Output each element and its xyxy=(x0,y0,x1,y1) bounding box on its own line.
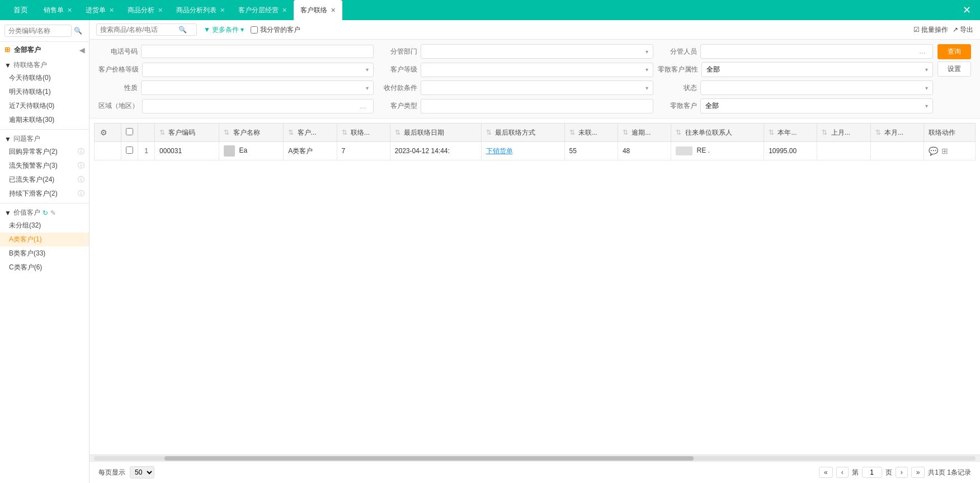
nav-tab-sales[interactable]: 销售单 ✕ xyxy=(37,0,79,20)
dept-label: 分管部门 xyxy=(378,47,417,56)
category-search-input[interactable] xyxy=(4,25,72,37)
page-label: 第 xyxy=(852,468,859,477)
my-customers-checkbox[interactable] xyxy=(251,26,258,34)
first-page-button[interactable]: « xyxy=(819,467,833,478)
dept-select[interactable]: ▾ xyxy=(421,44,653,59)
gear-button[interactable]: ⚙ xyxy=(99,127,109,138)
retail-attr-select[interactable]: 全部 ▾ xyxy=(701,62,933,77)
filter-payment: 收付款条件 ▾ xyxy=(378,80,653,95)
filter-status: 状态 ▾ xyxy=(658,80,933,95)
sidebar-item-unclassified[interactable]: 未分组(32) xyxy=(0,219,89,233)
customer-type-select[interactable] xyxy=(421,99,653,113)
all-customers-header: ⊞ 全部客户 ◀ xyxy=(0,42,89,58)
search-input[interactable] xyxy=(100,26,178,34)
close-icon[interactable]: ✕ xyxy=(67,7,72,14)
table-row: 1 000031 Ea A类客户 7 2023-04-12 14:44: 下销货… xyxy=(95,142,976,160)
close-icon[interactable]: ✕ xyxy=(331,7,336,14)
status-select[interactable]: ▾ xyxy=(700,80,933,95)
per-page-select[interactable]: 50 xyxy=(130,466,154,479)
row-last-date: 2023-04-12 14:44: xyxy=(390,142,481,160)
close-all-button[interactable]: ✕ xyxy=(958,4,976,16)
sort-icon: ⇅ xyxy=(569,129,575,136)
page-number-input[interactable] xyxy=(862,467,882,478)
sidebar-item-overdue-contact[interactable]: 逾期未联络(30) xyxy=(0,113,89,127)
payment-label: 收付款条件 xyxy=(378,83,417,93)
page-controls: « ‹ 第 页 › » 共1页 1条记录 xyxy=(819,467,971,478)
close-icon[interactable]: ✕ xyxy=(109,7,114,14)
region-select[interactable]: … xyxy=(142,99,374,113)
nav-home[interactable]: 首页 xyxy=(4,0,37,20)
sort-icon: ⇅ xyxy=(875,129,881,136)
export-button[interactable]: ↗ 导出 xyxy=(953,25,973,35)
customer-grade-label: 客户等级 xyxy=(378,65,417,74)
close-icon[interactable]: ✕ xyxy=(220,7,225,14)
row-contact: 7 xyxy=(337,142,390,160)
person-select[interactable]: … xyxy=(700,44,933,59)
sidebar-item-declining[interactable]: 持续下滑客户(2) ⓘ xyxy=(0,187,89,201)
select-all-checkbox[interactable] xyxy=(126,128,133,135)
scroll-track[interactable] xyxy=(94,456,976,461)
sidebar-item-churned[interactable]: 已流失客户(24) ⓘ xyxy=(0,173,89,187)
row-last-method[interactable]: 下销货单 xyxy=(481,142,564,160)
horizontal-scrollbar[interactable] xyxy=(89,454,980,461)
retail-customer-select[interactable]: 全部 ▾ xyxy=(700,98,933,113)
sidebar-divider xyxy=(0,129,89,130)
last-page-button[interactable]: » xyxy=(911,467,925,478)
sidebar-item-class-b[interactable]: B类客户(33) xyxy=(0,247,89,261)
nav-tab-purchase[interactable]: 进货单 ✕ xyxy=(79,0,121,20)
filter-nature: 性质 ▾ xyxy=(98,80,374,95)
row-overdue: 48 xyxy=(618,142,671,160)
more-icon[interactable]: … xyxy=(917,48,928,55)
sort-icon: ⇅ xyxy=(395,129,401,136)
search-icon[interactable]: 🔍 xyxy=(74,27,82,35)
price-grade-select[interactable]: ▾ xyxy=(142,63,374,77)
prev-page-button[interactable]: ‹ xyxy=(836,467,849,478)
my-customers-filter: 我分管的客户 xyxy=(251,25,300,35)
batch-icon: ☑ xyxy=(913,26,920,34)
edit-icon[interactable]: ✎ xyxy=(50,209,56,217)
settings-button[interactable]: 设置 xyxy=(937,61,971,77)
row-checkbox[interactable] xyxy=(126,146,133,154)
phone-input[interactable] xyxy=(141,45,374,58)
per-page-control: 每页显示 50 xyxy=(98,466,154,479)
query-actions: 查询 设置 xyxy=(937,44,971,77)
problem-customers-group: ▼ 问题客户 xyxy=(0,132,89,145)
pending-contact-group: ▼ 待联络客户 xyxy=(0,58,89,71)
refresh-icon[interactable]: ↻ xyxy=(43,209,48,217)
nature-select[interactable]: ▾ xyxy=(141,80,374,95)
scroll-thumb[interactable] xyxy=(164,456,694,461)
sidebar-item-repurchase-abnormal[interactable]: 回购异常客户(2) ⓘ xyxy=(0,145,89,159)
th-type: ⇅ 客户... xyxy=(284,124,337,142)
close-icon[interactable]: ✕ xyxy=(158,7,163,14)
nav-tab-analysis[interactable]: 商品分析 ✕ xyxy=(121,0,169,20)
sidebar-search-area: 🔍 xyxy=(0,20,89,42)
customer-grade-select[interactable]: ▾ xyxy=(421,63,653,77)
more-conditions-button[interactable]: ▼ 更多条件 ▾ xyxy=(204,25,244,35)
query-button[interactable]: 查询 xyxy=(937,44,971,59)
total-records: 共1页 1条记录 xyxy=(928,468,971,477)
more-icon[interactable]: … xyxy=(357,102,369,110)
customer-table: ⚙ ⇅ 客户编码 ⇅ 客户名称 xyxy=(94,123,976,160)
batch-op-button[interactable]: ☑ 批量操作 xyxy=(913,25,948,35)
sidebar-item-tomorrow-contact[interactable]: 明天待联络(1) xyxy=(0,85,89,99)
nav-tab-customer-contact[interactable]: 客户联络 ✕ xyxy=(294,0,342,20)
triangle-icon: ▼ xyxy=(4,209,11,217)
payment-select[interactable]: ▾ xyxy=(421,80,653,95)
filter-phone: 电话号码 xyxy=(98,45,374,58)
message-icon[interactable]: 💬 xyxy=(929,146,938,155)
sidebar-item-class-c[interactable]: C类客户(6) xyxy=(0,261,89,274)
close-icon[interactable]: ✕ xyxy=(282,7,287,14)
qr-icon[interactable]: ⊞ xyxy=(941,146,948,155)
search-icon[interactable]: 🔍 xyxy=(178,26,187,34)
sidebar-item-class-a[interactable]: A类客户(1) xyxy=(0,233,89,247)
collapse-icon[interactable]: ◀ xyxy=(79,46,84,54)
nav-tab-analysis-list[interactable]: 商品分析列表 ✕ xyxy=(169,0,232,20)
sidebar-item-today-contact[interactable]: 今天待联络(0) xyxy=(0,71,89,85)
sidebar-divider-2 xyxy=(0,203,89,203)
nav-tab-customer-segment[interactable]: 客户分层经营 ✕ xyxy=(232,0,294,20)
th-last-method: ⇅ 最后联络方式 xyxy=(481,124,564,142)
next-page-button[interactable]: › xyxy=(896,467,908,478)
sidebar-item-churn-warning[interactable]: 流失预警客户(3) ⓘ xyxy=(0,159,89,173)
info-icon: ⓘ xyxy=(78,161,84,171)
sidebar-item-7day-contact[interactable]: 近7天待联络(0) xyxy=(0,99,89,113)
